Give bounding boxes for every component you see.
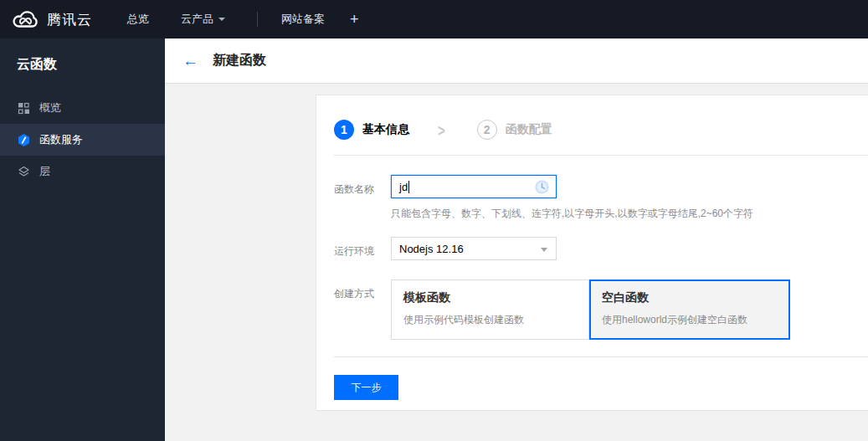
step-basic-info: 1 基本信息 — [334, 120, 409, 140]
function-name-value: jd — [399, 181, 408, 193]
sidebar: 云函数 概览 函数服务 — [0, 38, 165, 441]
nav-website-beian[interactable]: 网站备案 — [281, 12, 325, 27]
brand-name: 腾讯云 — [47, 10, 92, 29]
sidebar-item-function-service[interactable]: 函数服务 — [0, 124, 165, 156]
page-header: ← 新建函数 — [165, 38, 868, 84]
nav-separator — [257, 12, 258, 27]
creation-method-options: 模板函数 使用示例代码模板创建函数 空白函数 使用helloworld示例创建空… — [391, 279, 790, 340]
wizard-steps: 1 基本信息 > 2 函数配置 — [334, 120, 868, 140]
create-function-card: 1 基本信息 > 2 函数配置 函数名称 jd — [316, 95, 868, 411]
function-name-field-col: jd 只能包含字母、数字、下划线、连字符,以字母开头,以数字或字母结尾,2~60… — [391, 175, 753, 221]
function-name-row: 函数名称 jd 只能包含字母、数字、下划线、连字符,以字母开头,以数字或字母结尾… — [334, 175, 868, 221]
runtime-select[interactable]: Nodejs 12.16 — [391, 237, 557, 260]
sidebar-item-label: 概览 — [39, 100, 61, 115]
grid-icon — [17, 101, 31, 115]
footer-divider — [334, 356, 868, 357]
runtime-row: 运行环境 Nodejs 12.16 — [334, 237, 868, 260]
step-2-badge: 2 — [477, 120, 497, 140]
step-chevron-icon: > — [438, 121, 445, 139]
step-function-config: 2 函数配置 — [477, 120, 552, 140]
nav-overview[interactable]: 总览 — [127, 12, 149, 27]
sidebar-item-label: 函数服务 — [39, 132, 83, 147]
caret-down-icon — [218, 18, 225, 21]
sidebar-item-label: 层 — [39, 164, 50, 179]
creation-method-row: 创建方式 模板函数 使用示例代码模板创建函数 空白函数 使用helloworld… — [334, 279, 868, 340]
page-title: 新建函数 — [213, 52, 266, 69]
text-cursor — [408, 181, 409, 193]
sidebar-item-overview[interactable]: 概览 — [0, 92, 165, 124]
method-card-template-function[interactable]: 模板函数 使用示例代码模板创建函数 — [391, 279, 589, 340]
cloud-logo-icon — [12, 10, 39, 29]
sidebar-title: 云函数 — [0, 38, 165, 74]
caret-down-icon — [541, 248, 547, 252]
tencent-cloud-logo[interactable]: 腾讯云 — [12, 10, 92, 29]
add-tab-button[interactable]: + — [350, 11, 359, 28]
back-button[interactable]: ← — [182, 53, 198, 69]
method-card-blank-function[interactable]: 空白函数 使用helloworld示例创建空白函数 — [589, 279, 790, 340]
function-name-help: 只能包含字母、数字、下划线、连字符,以字母开头,以数字或字母结尾,2~60个字符 — [391, 207, 753, 221]
function-name-input[interactable]: jd — [391, 175, 557, 198]
scf-hexagon-icon — [17, 133, 31, 147]
layers-icon — [17, 165, 31, 179]
sidebar-item-layers[interactable]: 层 — [0, 156, 165, 187]
next-step-button[interactable]: 下一步 — [334, 375, 398, 400]
steps-divider — [334, 155, 868, 156]
runtime-selected-value: Nodejs 12.16 — [399, 243, 464, 255]
function-name-label: 函数名称 — [334, 175, 391, 221]
runtime-label: 运行环境 — [334, 237, 391, 260]
creation-method-label: 创建方式 — [334, 279, 391, 340]
step-1-badge: 1 — [334, 120, 354, 140]
top-nav-bar: 腾讯云 总览 云产品 网站备案 + — [0, 0, 868, 38]
clock-icon — [534, 179, 550, 198]
nav-cloud-products[interactable]: 云产品 — [181, 12, 225, 27]
